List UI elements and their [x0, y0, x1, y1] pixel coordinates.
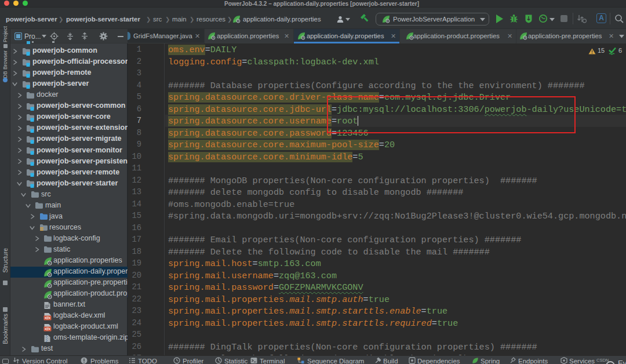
svg-text:</>: </> [45, 327, 50, 331]
svg-text:</>: </> [45, 315, 50, 319]
